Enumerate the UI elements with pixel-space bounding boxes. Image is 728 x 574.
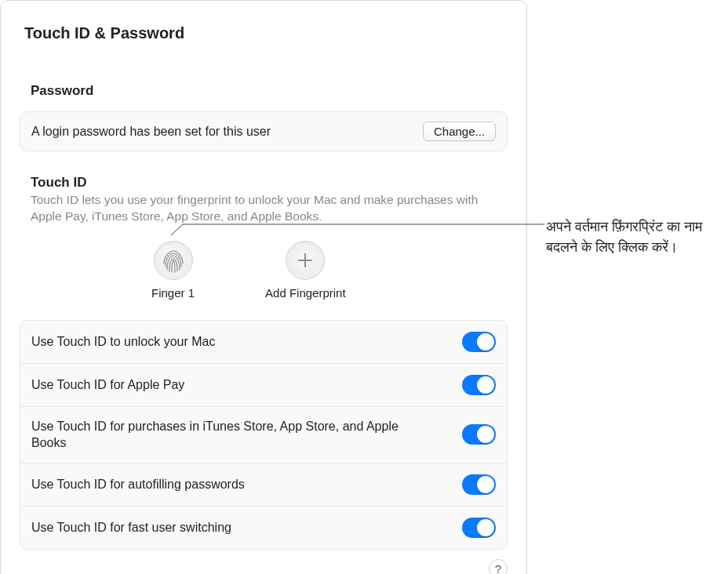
option-autofill: Use Touch ID for autofilling passwords [20, 463, 507, 507]
option-unlock-mac: Use Touch ID to unlock your Mac [20, 321, 507, 364]
plus-icon [286, 241, 325, 280]
page-title: Touch ID & Password [1, 1, 526, 49]
option-fast-user-switching: Use Touch ID for fast user switching [20, 507, 507, 549]
toggle-unlock-mac[interactable] [462, 332, 496, 352]
touchid-options-card: Use Touch ID to unlock your Mac Use Touc… [20, 320, 508, 550]
toggle-apple-pay[interactable] [462, 375, 496, 395]
fingerprint-1-label: Finger 1 [151, 286, 195, 300]
fingerprint-icon [154, 241, 193, 280]
add-fingerprint-button[interactable]: Add Fingerprint [265, 241, 346, 300]
option-purchases: Use Touch ID for purchases in iTunes Sto… [20, 407, 507, 463]
panel-inner: Touch ID & Password Password A login pas… [1, 1, 526, 574]
option-label: Use Touch ID for autofilling passwords [31, 476, 245, 493]
touchid-description: Touch ID lets you use your fingerprint t… [1, 191, 526, 225]
settings-panel: Touch ID & Password Password A login pas… [0, 0, 527, 574]
option-label: Use Touch ID for Apple Pay [31, 376, 184, 394]
toggle-purchases[interactable] [462, 424, 496, 445]
touchid-section-label: Touch ID [1, 151, 526, 191]
password-row: A login password has been set for this u… [20, 112, 507, 151]
add-fingerprint-label: Add Fingerprint [265, 286, 346, 300]
callout-text: अपने वर्तमान फ़िंगरप्रिंट का नाम बदलने क… [546, 216, 722, 257]
help-button[interactable]: ? [489, 559, 508, 574]
option-label: Use Touch ID to unlock your Mac [31, 333, 215, 351]
toggle-fast-user-switching[interactable] [462, 518, 496, 538]
password-card: A login password has been set for this u… [20, 111, 508, 151]
change-password-button[interactable]: Change... [423, 122, 496, 141]
fingerprint-item-1[interactable]: Finger 1 [151, 241, 195, 300]
password-status-text: A login password has been set for this u… [31, 125, 271, 139]
option-label: Use Touch ID for purchases in iTunes Sto… [31, 418, 408, 452]
option-apple-pay: Use Touch ID for Apple Pay [20, 364, 507, 407]
option-label: Use Touch ID for fast user switching [31, 519, 231, 536]
toggle-autofill[interactable] [462, 474, 496, 495]
fingerprint-row: Finger 1 Add Fingerprint [1, 225, 526, 307]
password-section-label: Password [1, 49, 526, 105]
